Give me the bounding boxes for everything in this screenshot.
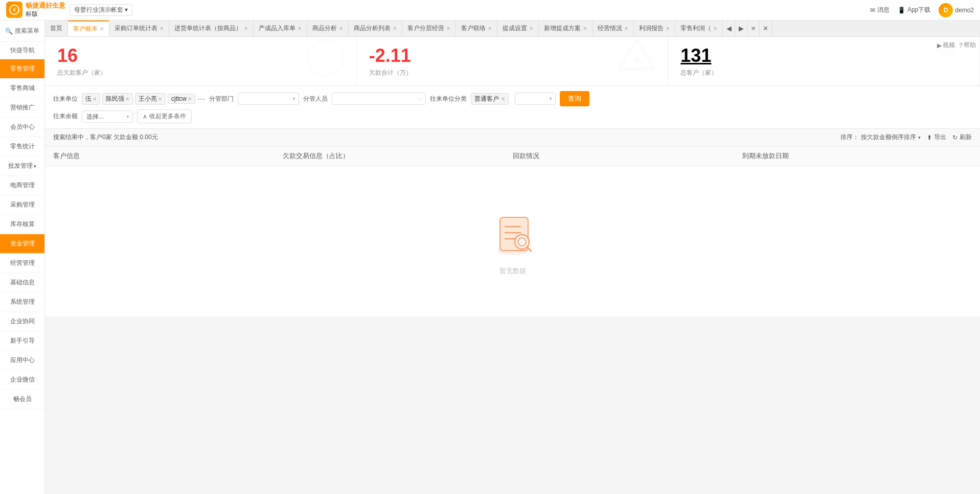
search-menu-btn[interactable]: 🔍 搜索菜单 — [4, 25, 40, 37]
tab-close-purchase-orders[interactable]: ✕ — [159, 26, 164, 31]
tab-close-stock-stats[interactable]: ✕ — [244, 26, 248, 31]
tab-close-promo-settings[interactable]: ✕ — [529, 26, 533, 31]
video-btn[interactable]: ▶ 视频 — [937, 41, 955, 50]
filter-tag-unit-0: 伍 ✕ — [82, 93, 100, 105]
tab-close-ops-status[interactable]: ✕ — [624, 26, 628, 31]
help-btn[interactable]: ? 帮助 — [959, 41, 976, 50]
tag-close-3[interactable]: ✕ — [188, 96, 192, 102]
stats-bar: ¥ 16 总欠款客户（家） ✦ -2.11 欠款合计（万） — [45, 37, 980, 86]
sidebar-item-batch-mgmt[interactable]: 批发管理 ▾ — [0, 156, 44, 176]
tab-product-analysis[interactable]: 商品分析 ✕ — [307, 20, 349, 37]
tab-customer-tier[interactable]: 客户分层经营 ✕ — [402, 20, 456, 37]
workspace-dropdown[interactable]: 母婴行业演示帐套 ▾ — [70, 4, 132, 16]
unit-class-select-wrap — [515, 93, 556, 105]
results-summary: 搜索结果中，客户0家 欠款金额 0.00元 — [53, 133, 158, 142]
tab-close-product-analysis[interactable]: ✕ — [339, 26, 343, 31]
tag-close-1[interactable]: ✕ — [125, 96, 129, 102]
svg-rect-7 — [946, 47, 956, 73]
stat-card-overdue-customers: ¥ 16 总欠款客户（家） — [45, 37, 357, 85]
sidebar-item-ops-mgmt[interactable]: 经营管理 — [0, 254, 44, 273]
tab-purchase-orders[interactable]: 采购订单统计表 ✕ — [109, 20, 169, 37]
tab-list-btn[interactable]: ≡ — [747, 20, 760, 37]
stat-label-overdue-customers: 总欠款客户（家） — [57, 69, 106, 77]
sidebar-item-retail-mall[interactable]: 零售商城 — [0, 79, 44, 98]
tab-close-customer-tier[interactable]: ✕ — [446, 26, 450, 31]
tab-ops-status[interactable]: 经营情况 ✕ — [592, 20, 634, 37]
user-menu[interactable]: D demo2 — [939, 3, 974, 17]
tab-close-profit-report[interactable]: ✕ — [666, 26, 670, 31]
collapse-btn[interactable]: ∧ 收起更多条件 — [137, 109, 192, 123]
unit-class-tags: 普通客户 ✕ — [471, 93, 509, 105]
col-header-customer: 客户信息 — [53, 151, 283, 161]
manager-input[interactable] — [332, 93, 426, 105]
tab-prev-btn[interactable]: ◀ — [723, 20, 735, 37]
main-layout: 🔍 搜索菜单 快捷导航 零售管理 零售商城 营销推广 会员中心 零售统计 批发管… — [0, 20, 980, 494]
tab-retail-profit[interactable]: 零售利润（ ✕ — [675, 20, 723, 37]
tab-new-promo[interactable]: 新增提成方案 ✕ — [539, 20, 592, 37]
dept-select[interactable] — [238, 93, 299, 105]
sidebar-item-wechat-biz[interactable]: 企业微信 — [0, 370, 44, 390]
tab-next-btn[interactable]: ▶ — [735, 20, 747, 37]
tab-promo-settings[interactable]: 提成设置 ✕ — [497, 20, 539, 37]
sidebar-item-retail-mgmt[interactable]: 零售管理 — [0, 59, 44, 79]
tab-close-customer-accounts[interactable]: ✕ — [100, 26, 104, 32]
tag-close-0[interactable]: ✕ — [93, 96, 97, 102]
tab-product-analysis-list[interactable]: 商品分析列表 ✕ — [349, 20, 402, 37]
download-btn[interactable]: 📱 App下载 — [898, 6, 930, 14]
empty-label: 暂无数据 — [499, 266, 526, 276]
dept-select-wrap — [238, 93, 299, 105]
tab-close-product-analysis-list[interactable]: ✕ — [393, 26, 397, 31]
sidebar-item-sys-mgmt[interactable]: 系统管理 — [0, 293, 44, 312]
chevron-down-icon: ▾ — [34, 164, 36, 169]
sidebar-item-enterprise[interactable]: 企业协同 — [0, 312, 44, 331]
tag-close-class-0[interactable]: ✕ — [501, 96, 505, 102]
sidebar-item-vip-member[interactable]: 畅会员 — [0, 390, 44, 409]
tab-customer-contacts[interactable]: 客户联络 ✕ — [456, 20, 497, 37]
header-right: ✉ 消息 📱 App下载 D demo2 — [870, 3, 974, 17]
unit-class-select[interactable] — [515, 93, 556, 105]
sidebar-item-new-guide[interactable]: 新手引导 — [0, 331, 44, 351]
sidebar-item-finance[interactable]: 资金管理 — [0, 234, 44, 254]
tab-close-cost-in[interactable]: ✕ — [298, 26, 302, 31]
col-header-date: 到期未放款日期 — [742, 151, 972, 161]
tab-close-customer-contacts[interactable]: ✕ — [488, 26, 492, 31]
tab-customer-accounts[interactable]: 客户账本 ✕ — [68, 20, 109, 37]
sidebar-item-marketing[interactable]: 营销推广 — [0, 98, 44, 118]
filter-more-btn[interactable]: ··· — [197, 94, 205, 103]
tab-cost-in[interactable]: 产成品入库单 ✕ — [254, 20, 307, 37]
download-icon: 📱 — [898, 7, 905, 14]
stat-bg-icon-1: ¥ — [305, 37, 346, 85]
export-icon: ⬆ — [927, 134, 932, 141]
message-btn[interactable]: ✉ 消息 — [870, 6, 890, 14]
data-table: 客户信息 欠款交易信息（占比） 回款情况 到期未放款日期 — [45, 146, 980, 317]
sidebar-item-basic-info[interactable]: 基础信息 — [0, 273, 44, 293]
balance-select[interactable]: 选择... — [82, 110, 133, 123]
tab-close-retail-profit[interactable]: ✕ — [713, 26, 717, 31]
logo-icon: ¥ — [6, 2, 22, 18]
filter-tag-unit-2: 王小亮 ✕ — [135, 93, 166, 105]
svg-rect-8 — [959, 52, 967, 73]
collapse-icon: ∧ — [143, 113, 147, 120]
tab-home[interactable]: 首页 — [45, 20, 68, 37]
tag-close-2[interactable]: ✕ — [158, 96, 162, 102]
filter-tag-unit-1: 陈民强 ✕ — [102, 93, 133, 105]
refresh-btn[interactable]: ↻ 刷新 — [952, 133, 972, 142]
message-icon: ✉ — [870, 7, 875, 14]
logo-text: 畅捷通好生意 标版 — [26, 2, 65, 18]
sidebar-item-purchase[interactable]: 采购管理 — [0, 195, 44, 215]
sidebar-item-app-center[interactable]: 应用中心 — [0, 351, 44, 370]
query-btn[interactable]: 查询 — [560, 91, 589, 106]
export-btn[interactable]: ⬆ 导出 — [927, 133, 946, 142]
tab-profit-report[interactable]: 利润报告 ✕ — [634, 20, 675, 37]
sidebar: 🔍 搜索菜单 快捷导航 零售管理 零售商城 营销推广 会员中心 零售统计 批发管… — [0, 20, 45, 494]
sidebar-item-ecommerce[interactable]: 电商管理 — [0, 176, 44, 195]
tab-stock-stats[interactable]: 进货单统计表（按商品） ✕ — [169, 20, 254, 37]
quick-nav-btn[interactable]: 快捷导航 — [0, 42, 44, 59]
col-header-return: 回款情况 — [513, 151, 742, 161]
tab-close-new-promo[interactable]: ✕ — [583, 26, 587, 31]
sidebar-item-inventory[interactable]: 库存核算 — [0, 215, 44, 234]
sidebar-item-members[interactable]: 会员中心 — [0, 118, 44, 137]
tab-close-all-btn[interactable]: ✕ — [760, 20, 772, 37]
sidebar-item-retail-stats[interactable]: 零售统计 — [0, 137, 44, 156]
search-icon: 🔍 — [5, 28, 13, 35]
